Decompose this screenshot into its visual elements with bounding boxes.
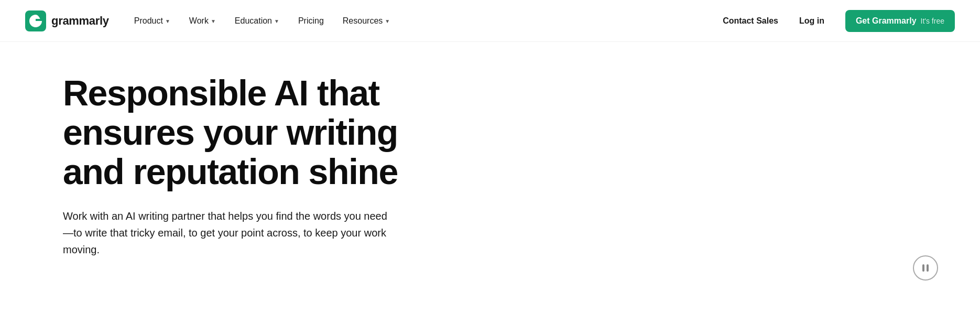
cta-main-label: Get Grammarly — [856, 16, 917, 26]
pause-icon — [922, 264, 929, 272]
get-grammarly-button[interactable]: Get Grammarly It's free — [845, 10, 955, 32]
logo[interactable]: grammarly — [25, 10, 109, 31]
grammarly-logo-icon — [25, 10, 46, 31]
hero-section: Responsible AI that ensures your writing… — [0, 42, 472, 289]
chevron-down-icon: ▼ — [385, 18, 390, 24]
chevron-down-icon: ▼ — [165, 18, 170, 24]
hero-subtitle: Work with an AI writing partner that hel… — [63, 208, 388, 258]
nav-item-education[interactable]: Education ▼ — [226, 12, 288, 30]
nav-left: grammarly Product ▼ Work ▼ Education ▼ P… — [25, 10, 398, 31]
chevron-down-icon: ▼ — [274, 18, 279, 24]
contact-sales-link[interactable]: Contact Sales — [723, 16, 778, 26]
nav-links: Product ▼ Work ▼ Education ▼ Pricing Res… — [126, 12, 398, 30]
nav-product-label: Product — [134, 16, 163, 26]
nav-item-resources[interactable]: Resources ▼ — [334, 12, 398, 30]
chevron-down-icon: ▼ — [211, 18, 216, 24]
cta-sub-label: It's free — [921, 17, 944, 25]
nav-resources-label: Resources — [343, 16, 383, 26]
nav-right: Contact Sales Log in Get Grammarly It's … — [723, 10, 955, 32]
nav-item-product[interactable]: Product ▼ — [126, 12, 179, 30]
navbar: grammarly Product ▼ Work ▼ Education ▼ P… — [0, 0, 980, 42]
nav-item-work[interactable]: Work ▼ — [181, 12, 224, 30]
logo-text: grammarly — [51, 14, 109, 28]
login-button[interactable]: Log in — [791, 12, 833, 30]
nav-work-label: Work — [189, 16, 209, 26]
nav-education-label: Education — [235, 16, 272, 26]
nav-item-pricing[interactable]: Pricing — [290, 12, 332, 30]
hero-title: Responsible AI that ensures your writing… — [63, 73, 409, 191]
pause-animation-button[interactable] — [913, 255, 938, 281]
nav-pricing-label: Pricing — [298, 16, 324, 26]
